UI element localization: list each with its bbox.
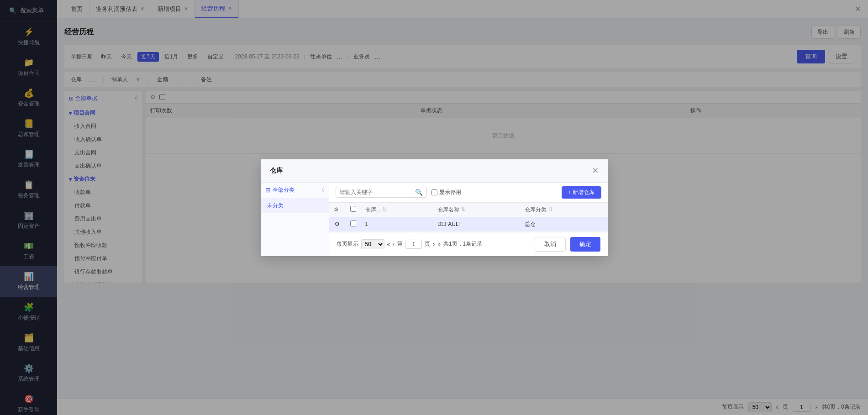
modal-body: ⊞ 全部分类 《 未分类 🔍 [261, 183, 608, 256]
col-code[interactable]: 仓库... ⇅ [361, 203, 433, 217]
modal-table-container: ⚙ 仓库... ⇅ 仓库名称 ⇅ 仓库分类 ⇅ [329, 203, 608, 232]
modal-title: 仓库 [270, 167, 283, 175]
modal-search-input[interactable] [340, 189, 413, 195]
modal-next-btn[interactable]: › [433, 241, 435, 247]
col-gear: ⚙ [329, 203, 346, 217]
modal-pagination: 每页显示 50 100 « ‹ 第 页 › » 共1页，1条记录 [337, 239, 483, 249]
modal-close-button[interactable]: ✕ [592, 166, 599, 176]
modal-page-size-select[interactable]: 50 100 [361, 239, 384, 249]
modal-page-label: 第 [397, 240, 403, 248]
col-name[interactable]: 仓库名称 ⇅ [433, 203, 520, 217]
modal-header: 仓库 ✕ [261, 159, 608, 183]
row-code: DEFAULT [433, 217, 520, 231]
modal-collapse-icon[interactable]: 《 [319, 186, 324, 194]
row-gear[interactable]: ⚙ [329, 217, 346, 231]
confirm-button[interactable]: 确定 [570, 237, 600, 252]
show-disabled-label: 显示停用 [439, 189, 461, 196]
modal-total-label: 共1页，1条记录 [443, 240, 482, 248]
modal-left-header: ⊞ 全部分类 《 [261, 183, 329, 198]
col-category[interactable]: 仓库分类 ⇅ [520, 203, 607, 217]
modal-uncategorized[interactable]: 未分类 [261, 198, 329, 213]
search-icon[interactable]: 🔍 [415, 189, 423, 196]
table-select-all[interactable] [350, 206, 356, 212]
add-warehouse-button[interactable]: + 新增仓库 [562, 186, 601, 199]
row-name: 总仓 [520, 217, 607, 231]
modal-per-page-label: 每页显示 [337, 240, 358, 248]
modal-toolbar: 🔍 显示停用 + 新增仓库 [329, 183, 608, 203]
col-checkbox [346, 203, 361, 217]
row-checkbox[interactable] [346, 217, 361, 231]
modal-prev-btn[interactable]: ‹ [393, 241, 395, 247]
modal-all-label[interactable]: 全部分类 [273, 186, 295, 194]
modal-first-btn[interactable]: « [387, 241, 390, 247]
warehouse-modal: 仓库 ✕ ⊞ 全部分类 《 未分类 [261, 159, 608, 256]
show-disabled-checkbox[interactable]: 显示停用 [431, 189, 461, 196]
table-row[interactable]: ⚙ 1 DEFAULT 总仓 [329, 217, 608, 231]
modal-last-btn[interactable]: » [437, 241, 441, 247]
modal-toolbar-left: 🔍 显示停用 [336, 187, 461, 198]
modal-left-panel: ⊞ 全部分类 《 未分类 [261, 183, 329, 256]
modal-search-box: 🔍 [336, 187, 427, 198]
modal-grid-icon: ⊞ [265, 186, 271, 194]
modal-warehouse-table: ⚙ 仓库... ⇅ 仓库名称 ⇅ 仓库分类 ⇅ [329, 203, 608, 232]
modal-right-panel: 🔍 显示停用 + 新增仓库 ⚙ [329, 183, 608, 256]
modal-page-end-label: 页 [425, 240, 430, 248]
show-disabled-input[interactable] [431, 189, 437, 195]
row-index: 1 [361, 217, 433, 231]
modal-page-input[interactable] [405, 240, 422, 249]
modal-overlay[interactable]: 仓库 ✕ ⊞ 全部分类 《 未分类 [0, 0, 868, 415]
modal-footer-actions: 取消 确定 [535, 237, 600, 252]
modal-footer: 每页显示 50 100 « ‹ 第 页 › » 共1页，1条记录 [329, 232, 608, 256]
cancel-button[interactable]: 取消 [535, 237, 566, 252]
